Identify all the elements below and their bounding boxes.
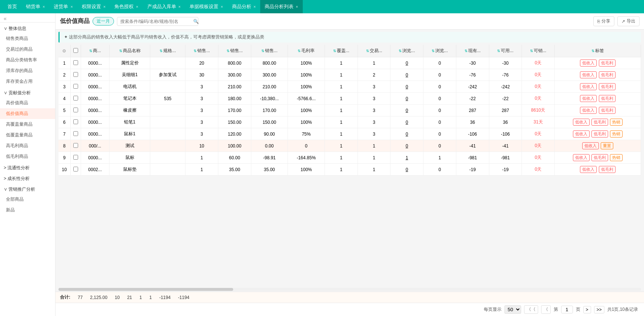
nav-home[interactable]: 首页: [3, 0, 21, 13]
sidebar-item-high-margin[interactable]: 高毛利商品: [0, 140, 55, 151]
column-tags[interactable]: ⇅标签: [555, 45, 641, 57]
cell-browse1[interactable]: 0: [390, 69, 423, 81]
nav-analysis-list[interactable]: 商品分析列表 ×: [260, 0, 302, 13]
cell-checkbox[interactable]: [70, 164, 81, 176]
nav-roles[interactable]: 角色授权 ×: [110, 0, 142, 13]
sidebar-group-title-overall[interactable]: ∨ 整体信息: [0, 23, 55, 33]
cell-browse1[interactable]: 0: [390, 116, 423, 128]
select-all-checkbox[interactable]: [73, 48, 78, 53]
sidebar-item-low-margin[interactable]: 低毛利商品: [0, 151, 55, 162]
nav-permissions[interactable]: 权限设置 ×: [77, 0, 110, 13]
browse-link[interactable]: 0: [406, 61, 408, 66]
row-checkbox[interactable]: [73, 143, 78, 148]
sidebar-group-title-marketing[interactable]: ∨ 营销推广分析: [0, 183, 55, 194]
row-checkbox[interactable]: [73, 131, 78, 136]
column-deal[interactable]: ⇅交易...: [358, 45, 390, 57]
row-checkbox[interactable]: [73, 108, 78, 112]
sidebar-item-high-value[interactable]: 高价值商品: [0, 98, 55, 108]
column-available[interactable]: ⇅可用...: [489, 45, 522, 57]
close-roles-icon[interactable]: ×: [136, 4, 138, 9]
cell-browse1[interactable]: 1: [390, 152, 423, 164]
sidebar-item-low-coverage[interactable]: 低覆盖量商品: [0, 130, 55, 140]
browse-link[interactable]: 1: [406, 155, 408, 160]
row-checkbox[interactable]: [73, 96, 78, 101]
close-purchase-icon[interactable]: ×: [70, 4, 73, 9]
browse-link[interactable]: 0: [406, 132, 408, 137]
last-page-button[interactable]: >>: [594, 306, 604, 313]
cell-checkbox[interactable]: [70, 81, 81, 93]
cell-browse1[interactable]: 0: [390, 81, 423, 93]
share-button[interactable]: ⎘ 分享: [593, 16, 614, 26]
cell-browse1[interactable]: 0: [390, 128, 423, 140]
cell-browse1[interactable]: 0: [390, 93, 423, 105]
sidebar-item-inventory-capital[interactable]: 库存资金占用: [0, 76, 55, 87]
close-analysis-icon[interactable]: ×: [254, 4, 256, 9]
column-gross-rate[interactable]: ⇅毛利率: [288, 45, 325, 57]
cell-browse1[interactable]: 0: [390, 57, 423, 69]
cell-checkbox[interactable]: [70, 128, 81, 140]
cell-checkbox[interactable]: [70, 69, 81, 81]
gear-icon[interactable]: ⚙: [62, 48, 66, 54]
cell-browse1[interactable]: 0: [390, 105, 423, 116]
sidebar-item-traded-products[interactable]: 交易过的商品: [0, 44, 55, 55]
prev-page-button[interactable]: 〈: [541, 305, 551, 314]
browse-link[interactable]: 0: [406, 72, 408, 78]
row-checkbox[interactable]: [73, 72, 78, 77]
sidebar-collapse-button[interactable]: «: [2, 16, 8, 21]
per-page-select[interactable]: 50: [504, 305, 521, 314]
browse-link[interactable]: 0: [406, 143, 408, 149]
sidebar-item-high-coverage[interactable]: 高覆盖量商品: [0, 119, 55, 130]
browse-link[interactable]: 0: [406, 120, 408, 125]
sidebar-group-title-growth[interactable]: > 成长性分析: [0, 173, 55, 183]
column-sales-amount[interactable]: ⇅销售...: [251, 45, 288, 57]
cell-browse1[interactable]: 0: [390, 164, 423, 176]
column-name[interactable]: ⇅商品名称: [109, 45, 150, 57]
first-page-button[interactable]: 〈〈: [524, 305, 538, 314]
sidebar-item-slow-inventory[interactable]: 滞库存的商品: [0, 65, 55, 76]
column-browse2[interactable]: ⇅浏览...: [423, 45, 456, 57]
column-code[interactable]: ⇅商...: [81, 45, 109, 57]
sidebar-group-title-contribution[interactable]: ∨ 贡献值分析: [0, 87, 55, 98]
column-coverage[interactable]: ⇅覆盖...: [325, 45, 358, 57]
column-browse1[interactable]: ⇅浏览...: [390, 45, 423, 57]
cell-checkbox[interactable]: [70, 140, 81, 152]
nav-analysis[interactable]: 商品分析 ×: [228, 0, 260, 13]
row-checkbox[interactable]: [73, 60, 78, 65]
sidebar-item-all-products[interactable]: 全部商品: [0, 194, 55, 205]
column-sales-qty[interactable]: ⇅销售...: [185, 45, 218, 57]
next-page-button[interactable]: >: [583, 306, 591, 313]
nav-template[interactable]: 单据模板设置 ×: [185, 0, 227, 13]
column-current[interactable]: ⇅现有...: [456, 45, 489, 57]
column-sellable[interactable]: ⇅可销...: [522, 45, 555, 57]
sidebar-item-new-products[interactable]: 新品: [0, 205, 55, 215]
column-checkbox[interactable]: [70, 45, 81, 57]
scrollbar-thumb[interactable]: [58, 288, 233, 291]
cell-checkbox[interactable]: [70, 57, 81, 69]
nav-inventory[interactable]: 产成品入库单 ×: [143, 0, 185, 13]
sidebar-item-low-value[interactable]: 低价值商品: [0, 108, 55, 119]
row-checkbox[interactable]: [73, 155, 78, 160]
close-template-icon[interactable]: ×: [221, 4, 223, 9]
row-checkbox[interactable]: [73, 167, 78, 171]
sidebar-item-sales-products[interactable]: 销售类商品: [0, 33, 55, 44]
close-inventory-icon[interactable]: ×: [178, 4, 181, 9]
sidebar-item-category-rate[interactable]: 商品分类销售率: [0, 55, 55, 65]
cell-checkbox[interactable]: [70, 152, 81, 164]
time-tab-button[interactable]: 近一月: [93, 17, 114, 26]
row-checkbox[interactable]: [73, 119, 78, 124]
close-permissions-icon[interactable]: ×: [103, 4, 105, 9]
table-container[interactable]: ⚙ ⇅商... ⇅商品名称 ⇅规格... ⇅销售... ⇅销售... ⇅销售..…: [58, 45, 641, 287]
close-sales-icon[interactable]: ×: [43, 4, 45, 9]
page-number-input[interactable]: [561, 306, 573, 313]
cell-checkbox[interactable]: [70, 93, 81, 105]
nav-purchase[interactable]: 进货单 ×: [49, 0, 77, 13]
browse-link[interactable]: 0: [406, 96, 408, 101]
browse-link[interactable]: 0: [406, 167, 408, 172]
browse-link[interactable]: 0: [406, 84, 408, 89]
column-sales-price[interactable]: ⇅销售...: [218, 45, 251, 57]
column-spec[interactable]: ⇅规格...: [150, 45, 185, 57]
close-analysis-list-icon[interactable]: ×: [296, 4, 298, 9]
nav-sales[interactable]: 销货单 ×: [21, 0, 49, 13]
cell-checkbox[interactable]: [70, 116, 81, 128]
search-input[interactable]: [117, 17, 198, 26]
